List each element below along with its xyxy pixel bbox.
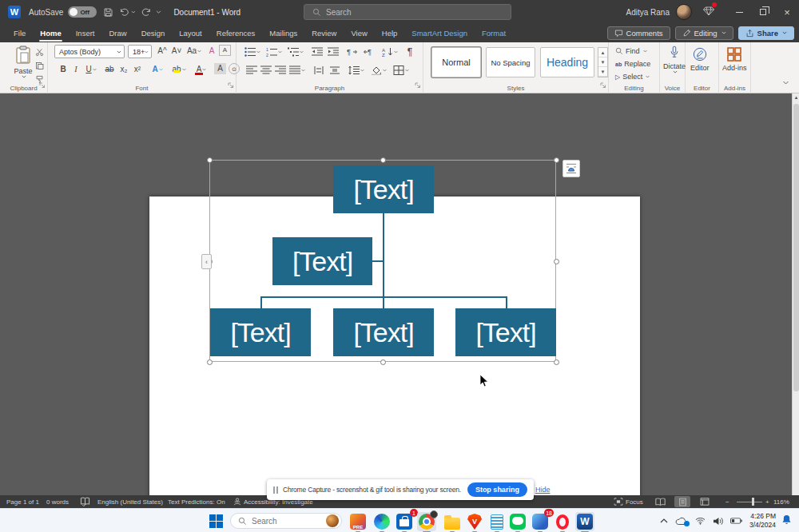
styles-gallery-more-button[interactable]: ▼ (598, 67, 607, 77)
clipboard-dialog-launcher[interactable] (39, 77, 46, 92)
rtl-text-button[interactable] (361, 46, 376, 58)
battery-icon[interactable] (730, 518, 742, 524)
stop-sharing-button[interactable]: Stop sharing (467, 482, 527, 497)
onedrive-cloud-icon[interactable] (675, 517, 688, 526)
taskbar-app-line[interactable] (508, 512, 527, 531)
addins-button[interactable]: Add-ins (722, 47, 747, 72)
tab-smartart-design[interactable]: SmartArt Design (404, 24, 475, 42)
find-button[interactable]: Find (615, 47, 647, 55)
zoom-slider-track[interactable] (737, 502, 762, 503)
tab-insert[interactable]: Insert (69, 24, 102, 42)
tab-format[interactable]: Format (475, 24, 513, 42)
smartart-shape-bottom-2[interactable]: [Text] (333, 308, 434, 356)
smartart-shape-bottom-3[interactable]: [Text] (455, 308, 556, 356)
taskbar-app-explorer[interactable] (443, 512, 462, 531)
text-effects-button[interactable]: A (149, 63, 166, 76)
title-search-input[interactable] (326, 8, 470, 17)
start-button[interactable] (209, 514, 223, 528)
tab-home[interactable]: Home (33, 24, 68, 42)
align-left-button[interactable] (244, 64, 259, 77)
dictate-button[interactable]: Dictate (663, 46, 686, 73)
zoom-out-button[interactable]: − (725, 495, 729, 508)
increase-indent-button[interactable] (326, 46, 340, 58)
borders-button[interactable] (392, 64, 410, 77)
styles-scroll-down-button[interactable]: ▼ (598, 58, 607, 67)
change-case-button[interactable]: Aa (185, 45, 203, 58)
font-family-combo[interactable]: Aptos (Body) (54, 45, 125, 58)
comments-button[interactable]: Comments (607, 26, 670, 40)
quick-access-customize-button[interactable] (154, 10, 162, 14)
redo-button[interactable] (138, 4, 154, 20)
tab-draw[interactable]: Draw (101, 24, 133, 42)
zoom-slider-thumb[interactable] (752, 498, 754, 506)
scroll-up-arrow[interactable]: ▲ (793, 95, 799, 100)
taskbar-app-brave[interactable]: V (465, 512, 484, 531)
web-layout-button[interactable] (697, 496, 713, 507)
tab-mailings[interactable]: Mailings (262, 24, 304, 42)
enclose-characters-button[interactable]: A (219, 45, 231, 56)
print-layout-button[interactable] (674, 496, 690, 507)
undo-button[interactable] (119, 4, 135, 20)
zoom-level[interactable]: 116% (773, 495, 789, 508)
styles-dialog-launcher[interactable] (600, 77, 606, 92)
restore-button[interactable] (751, 0, 775, 24)
taskbar-app-store[interactable]: 1 (395, 512, 414, 531)
underline-button[interactable]: U (81, 63, 101, 76)
taskbar-app-opera[interactable] (553, 512, 572, 531)
language-indicator[interactable]: English (United States) (97, 495, 163, 508)
notification-bell-icon[interactable] (782, 514, 791, 528)
taskbar-app-notes[interactable] (487, 512, 507, 531)
clear-formatting-button[interactable]: A (205, 45, 219, 58)
resize-handle-top-middle[interactable] (380, 157, 386, 163)
focus-mode-button[interactable]: Focus (614, 495, 643, 508)
superscript-button[interactable]: x² (130, 63, 145, 76)
shrink-font-button[interactable]: A˅ (169, 45, 184, 58)
title-search-box[interactable] (304, 4, 511, 20)
tab-design[interactable]: Design (134, 24, 173, 42)
scrollbar-thumb[interactable] (793, 104, 799, 391)
save-button[interactable] (100, 4, 116, 20)
resize-handle-middle-right[interactable] (554, 259, 559, 264)
distribute-rows-button[interactable] (328, 64, 342, 77)
subscript-button[interactable]: x₂ (117, 63, 131, 76)
taskbar-app-capture[interactable]: PRE (348, 512, 368, 531)
resize-handle-bottom-middle[interactable] (380, 359, 386, 365)
justify-button[interactable] (288, 64, 306, 77)
user-avatar[interactable] (676, 4, 692, 20)
show-formatting-button[interactable]: ¶ (403, 46, 417, 58)
sort-button[interactable] (380, 46, 399, 58)
tab-help[interactable]: Help (375, 24, 405, 42)
volume-icon[interactable] (713, 517, 723, 526)
hide-banner-link[interactable]: Hide (535, 486, 551, 494)
rewards-gem-icon[interactable] (703, 5, 714, 19)
copy-button[interactable] (32, 59, 46, 72)
word-count[interactable]: 0 words (46, 495, 69, 508)
vertical-scrollbar[interactable]: ▲ (792, 93, 799, 495)
minimize-button[interactable] (727, 0, 751, 24)
zoom-in-button[interactable]: + (765, 495, 769, 508)
decrease-indent-button[interactable] (310, 46, 324, 58)
editing-mode-button[interactable]: Editing (675, 26, 733, 40)
styles-scroll-up-button[interactable]: ▲ (598, 48, 607, 58)
distribute-columns-button[interactable] (312, 64, 326, 77)
proofing-status-icon[interactable] (80, 495, 90, 508)
word-app-icon[interactable]: W (8, 6, 21, 18)
text-highlight-button[interactable]: ab (169, 63, 189, 76)
multilevel-list-button[interactable] (286, 46, 304, 58)
taskbar-app-chat[interactable]: 18 (531, 512, 550, 531)
taskbar-search-box[interactable] (230, 513, 342, 529)
line-spacing-button[interactable] (347, 64, 365, 77)
style-heading[interactable]: Heading (540, 47, 594, 77)
collapse-ribbon-button[interactable] (782, 73, 789, 88)
replace-button[interactable]: abReplace (615, 60, 650, 68)
cut-button[interactable] (32, 46, 46, 58)
read-mode-button[interactable] (652, 496, 668, 507)
close-button[interactable]: × (775, 0, 799, 24)
select-button[interactable]: ▷Select (615, 73, 650, 81)
share-button[interactable]: Share (738, 26, 794, 40)
font-color-button[interactable]: A (192, 63, 211, 76)
numbering-button[interactable] (264, 46, 283, 58)
align-center-button[interactable] (259, 64, 273, 77)
taskbar-app-chrome[interactable] (417, 512, 436, 531)
taskbar-app-word[interactable]: W (575, 512, 594, 531)
